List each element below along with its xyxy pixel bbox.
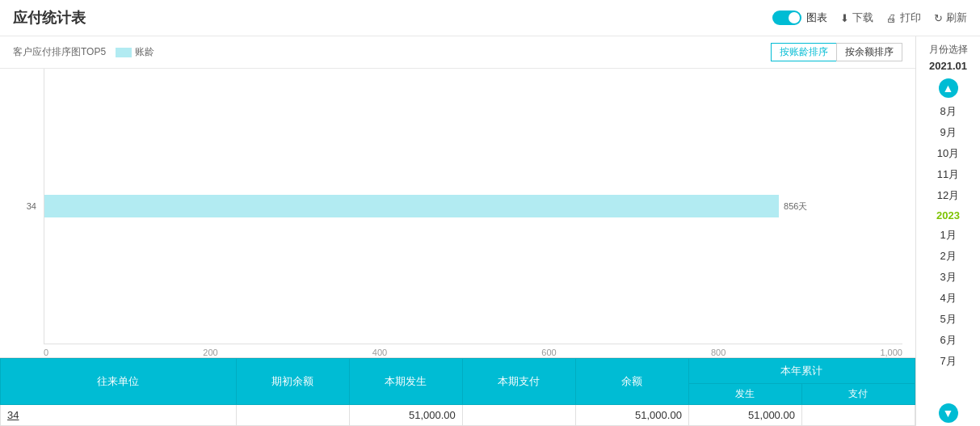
refresh-icon: ↻ [934,12,943,24]
col-unit-header: 往来单位 [1,359,237,405]
x-axis-label: 0 [44,348,48,357]
chart-canvas: 34856天 [13,69,902,344]
cell-current-occur: 51,000.00 [349,405,462,426]
sidebar-month-item[interactable]: 1月 [916,225,980,246]
cell-unit[interactable]: 34 [1,405,237,426]
cell-balance: 51,000.00 [575,405,688,426]
chart-toggle-label: 图表 [806,11,827,25]
cell-ytd-pay [801,405,915,426]
sidebar-month-item[interactable]: 7月 [916,351,980,372]
chart-bar-row: 34856天 [44,195,902,217]
x-axis-label: 600 [541,348,556,357]
cell-ytd-occur: 51,000.00 [688,405,801,426]
x-axis-label: 200 [203,348,217,357]
sidebar-month-item[interactable]: 3月 [916,267,980,288]
sort-by-amount-button[interactable]: 按余额排序 [836,43,902,61]
sidebar-month-item[interactable]: 2月 [916,246,980,267]
download-icon: ⬇ [840,12,849,24]
data-table: 往来单位 期初余额 本期发生 本期支付 余额 本年累计 发生 支付 [0,358,915,426]
print-label: 打印 [900,11,921,25]
chart-plot: 34856天 [44,69,902,344]
col-ytd-occur-header: 发生 [688,384,801,405]
sidebar-month-list: 8月9月10月11月12月20231月2月3月4月5月6月7月 [916,101,980,400]
chart-section: 客户应付排序图TOP5 账龄 按账龄排序 按余额排序 34856天 [0,36,915,426]
sidebar-month-item[interactable]: 9月 [916,122,980,143]
chart-toolbar: 客户应付排序图TOP5 账龄 按账龄排序 按余额排序 [0,36,915,69]
chart-bar [44,195,779,217]
sidebar-year-badge[interactable]: 2023 [916,206,980,225]
col-current-occur-header: 本期发生 [349,359,462,405]
x-axis-wrap: 02004006008001,000 [13,344,902,357]
sidebar-title: 月份选择 [929,36,968,60]
sidebar-month-item[interactable]: 10月 [916,143,980,164]
refresh-label: 刷新 [946,11,967,25]
col-ytd-pay-header: 支付 [801,384,915,405]
header-actions: 图表 ⬇ 下载 🖨 打印 ↻ 刷新 [772,11,967,25]
sidebar-month-item[interactable]: 6月 [916,330,980,351]
x-axis-label: 800 [711,348,726,357]
download-button[interactable]: ⬇ 下载 [840,11,873,25]
bar-right-label: 856天 [784,200,807,213]
chart-legend: 客户应付排序图TOP5 账龄 [13,45,154,59]
sort-by-balance-button[interactable]: 按账龄排序 [771,43,836,61]
table-row: 3451,000.0051,000.0051,000.00 [1,405,915,426]
sidebar-scroll-down-button[interactable]: ▼ [939,403,958,423]
download-label: 下载 [852,11,873,25]
page-title: 应付统计表 [13,8,86,27]
legend-box: 账龄 [116,45,154,59]
print-button[interactable]: 🖨 打印 [886,11,921,25]
refresh-button[interactable]: ↻ 刷新 [934,11,967,25]
table-header-row: 往来单位 期初余额 本期发生 本期支付 余额 本年累计 [1,359,915,384]
app-header: 应付统计表 图表 ⬇ 下载 🖨 打印 ↻ 刷新 [0,0,980,36]
chart-toggle-wrap: 图表 [772,11,827,25]
sidebar-date-value[interactable]: 2021.01 [929,60,967,75]
legend-item-label: 账龄 [135,46,154,57]
cell-current-pay [462,405,575,426]
cell-period-balance [236,405,349,426]
col-current-pay-header: 本期支付 [462,359,575,405]
table-body: 3451,000.0051,000.0051,000.00 [1,405,915,426]
legend-title: 客户应付排序图TOP5 [13,45,106,59]
print-icon: 🖨 [886,12,897,24]
col-period-balance-header: 期初余额 [236,359,349,405]
chevron-down-icon: ▼ [943,407,954,419]
x-axis-label: 1,000 [880,348,902,357]
sidebar-month-item[interactable]: 5月 [916,309,980,330]
bar-left-label: 34 [20,201,36,211]
sidebar-month-item[interactable]: 12月 [916,185,980,206]
sidebar-scroll-up-button[interactable]: ▲ [939,78,958,98]
col-balance-header: 余额 [575,359,688,405]
x-axis-label: 400 [372,348,387,357]
sort-buttons: 按账龄排序 按余额排序 [771,43,902,61]
main-content: 客户应付排序图TOP5 账龄 按账龄排序 按余额排序 34856天 [0,36,980,426]
chevron-up-icon: ▲ [943,82,954,94]
col-ytd-group-header: 本年累计 [688,359,915,384]
sidebar-month-item[interactable]: 11月 [916,164,980,185]
sidebar-month-item[interactable]: 4月 [916,288,980,309]
sidebar-month-item[interactable]: 8月 [916,101,980,122]
x-axis: 02004006008001,000 [44,344,902,357]
chart-toggle[interactable] [772,11,801,25]
right-sidebar: 月份选择 2021.01 ▲ 8月9月10月11月12月20231月2月3月4月… [915,36,980,426]
chart-area: 34856天 02004006008001,000 [0,69,915,357]
table-section: 往来单位 期初余额 本期发生 本期支付 余额 本年累计 发生 支付 [0,357,915,426]
